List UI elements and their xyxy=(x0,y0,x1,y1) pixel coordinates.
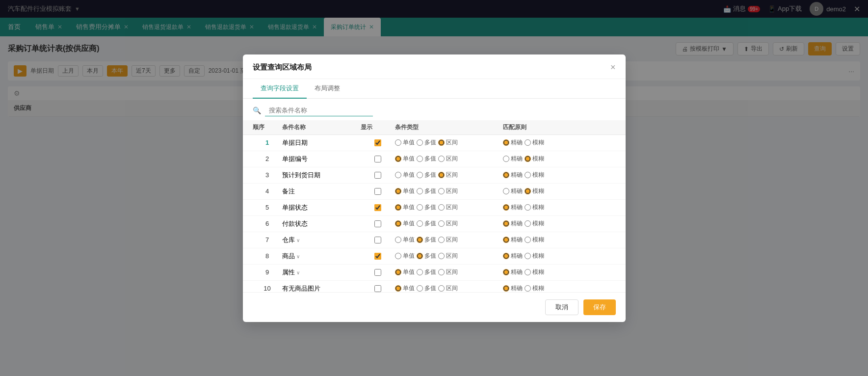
dialog-header: 设置查询区域布局 × xyxy=(243,54,626,79)
dialog-tab-layout[interactable]: 布局调整 xyxy=(307,79,348,99)
settings-dialog: 设置查询区域布局 × 查询字段设置 布局调整 🔍 顺序 条件名称 显示 条件类型… xyxy=(243,54,626,123)
dialog-tabs: 查询字段设置 布局调整 xyxy=(243,79,626,99)
dialog-overlay: 设置查询区域布局 × 查询字段设置 布局调整 🔍 顺序 条件名称 显示 条件类型… xyxy=(0,0,868,123)
search-icon: 🔍 xyxy=(253,107,261,114)
dialog-table-header: 顺序 条件名称 显示 条件类型 匹配原则 xyxy=(243,120,626,123)
dialog-title: 设置查询区域布局 xyxy=(253,63,312,72)
search-input[interactable] xyxy=(265,105,373,116)
dialog-tab-query-fields[interactable]: 查询字段设置 xyxy=(253,79,307,99)
dialog-close-button[interactable]: × xyxy=(610,62,616,73)
dialog-search-area: 🔍 xyxy=(243,99,626,120)
